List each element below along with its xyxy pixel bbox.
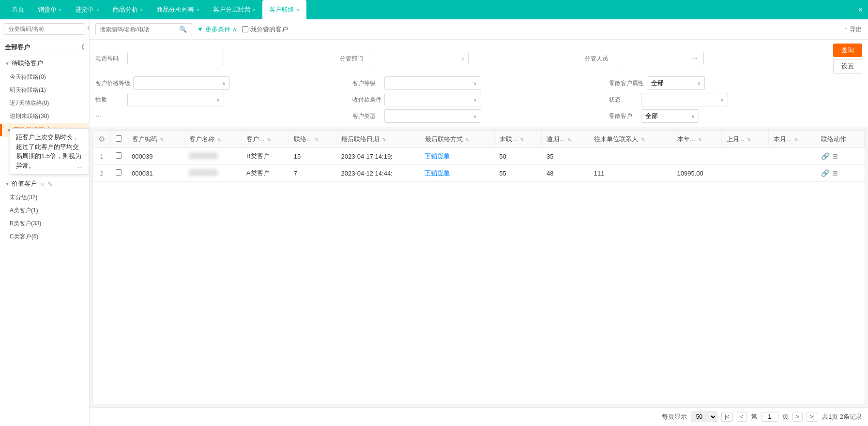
tooltip-close-icon[interactable]: ... xyxy=(77,161,83,171)
sidebar-item-ungrouped[interactable]: 未分组(32) xyxy=(0,191,89,204)
filter-search-icon[interactable]: 🔍 xyxy=(179,26,187,33)
sidebar-item-overdue[interactable]: 逾期未联络(30) xyxy=(0,110,89,123)
my-customers-checkbox[interactable]: 我分管的客户 xyxy=(242,25,288,34)
value-arrow-icon: ▼ xyxy=(5,181,10,187)
row-2-last-date: 2023-04-12 14:44: xyxy=(336,165,420,182)
filter-payment-select[interactable]: ∨ xyxy=(384,93,481,106)
row-1-this-month xyxy=(769,148,816,165)
export-btn[interactable]: ↑ 导出 xyxy=(845,25,863,34)
sidebar-item-a-class[interactable]: A类客户(1) xyxy=(0,204,89,217)
last-page-btn[interactable]: >| xyxy=(807,412,818,422)
tooltip-popup: 距客户上次交易时长，超过了此客户的平均交易周期的1.5倍，则视为异常。 ... xyxy=(10,128,89,175)
sidebar-section-value[interactable]: ▼ 价值客户 ○ ✎ xyxy=(0,176,89,191)
nav-home[interactable]: 首页 xyxy=(5,0,31,19)
row-1-checkbox[interactable] xyxy=(110,148,127,165)
page-size-select[interactable]: 50 100 200 xyxy=(691,411,717,422)
last-method-sort-icon[interactable]: ⇅ xyxy=(465,137,469,142)
sidebar-item-today[interactable]: 今天待联络(0) xyxy=(0,71,89,84)
sidebar-search-input[interactable] xyxy=(4,23,85,35)
sidebar-collapse-icon[interactable]: 《 xyxy=(78,43,84,52)
filter-manager-select[interactable]: ··· xyxy=(617,52,704,65)
price-down-arrow: ∨ xyxy=(222,81,226,86)
top-nav: 首页 销货单 × 进货单 × 商品分析 × 商品分析列表 × 客户分层经营 × … xyxy=(0,0,868,19)
nav-customer-tier-close[interactable]: × xyxy=(253,7,256,13)
nav-product-list[interactable]: 商品分析列表 × xyxy=(150,0,206,19)
row-1-link-icon[interactable]: 🔗 xyxy=(821,152,829,160)
sidebar-item-tomorrow[interactable]: 明天待联络(1) xyxy=(0,84,89,97)
filter-dept-select[interactable]: ∨ xyxy=(372,52,469,65)
filter-status-select[interactable]: ∨ xyxy=(641,93,728,106)
nav-purchase[interactable]: 进货单 × xyxy=(68,0,106,19)
gender-down-arrow: ∨ xyxy=(216,97,220,103)
th-settings[interactable]: ⚙ xyxy=(93,131,110,148)
table-header-row: ⚙ 客户编码 ⇅ 客户名称 ⇅ xyxy=(93,131,865,148)
row-1-grid-icon[interactable]: ⊞ xyxy=(832,152,838,160)
sidebar-search-area: 🔍 xyxy=(0,19,89,39)
th-type: 客户... ⇅ xyxy=(242,131,289,148)
nav-sales[interactable]: 销货单 × xyxy=(31,0,68,19)
page-input[interactable] xyxy=(761,412,778,422)
row-2-checkbox[interactable] xyxy=(110,165,127,182)
my-customers-input[interactable] xyxy=(242,26,248,32)
nav-customer-tier[interactable]: 客户分层经营 × xyxy=(206,0,262,19)
nav-product-analysis-close[interactable]: × xyxy=(140,7,143,13)
sidebar-item-b-class[interactable]: B类客户(33) xyxy=(0,217,89,230)
sidebar-item-c-class[interactable]: C类客户(6) xyxy=(0,230,89,243)
contact-person-sort-icon[interactable]: ⇅ xyxy=(641,137,645,142)
filter-customer-level-select[interactable]: ∨ xyxy=(384,76,481,90)
filter-retail-attr-field: 零散客户属性 全部 ∨ xyxy=(609,76,862,90)
row-2-grid-icon[interactable]: ⊞ xyxy=(832,169,838,177)
next-page-btn[interactable]: > xyxy=(792,412,803,422)
filter-retail-customer-select[interactable]: 全部 ∨ xyxy=(641,109,699,123)
table-select-all[interactable] xyxy=(116,135,122,142)
last-date-sort-icon[interactable]: ⇅ xyxy=(382,137,386,142)
filter-search-input[interactable] xyxy=(100,26,177,33)
total-label: 共1页 2条记录 xyxy=(822,412,862,421)
first-page-btn[interactable]: |< xyxy=(721,412,733,422)
value-edit-icon[interactable]: ○ xyxy=(41,180,45,188)
nav-product-analysis[interactable]: 商品分析 × xyxy=(106,0,150,19)
filter-customer-type-field: 客户类型 ∨ xyxy=(352,109,606,123)
value-add-icon[interactable]: ✎ xyxy=(47,180,53,188)
row-2-last-method[interactable]: 下销货单 xyxy=(420,165,494,182)
manager-dots-icon[interactable]: ··· xyxy=(691,54,697,63)
year-sort-icon[interactable]: ⇅ xyxy=(698,137,702,142)
filter-retail-attr-select[interactable]: 全部 ∨ xyxy=(647,76,705,90)
sidebar-search-icon[interactable]: 🔍 xyxy=(87,26,90,33)
query-btn[interactable]: 查询 xyxy=(833,44,862,57)
uncontacted-sort-icon[interactable]: ⇅ xyxy=(520,137,524,142)
filter-more-btn[interactable]: ▼ 更多条件 ∧ xyxy=(197,25,237,34)
filter-price-level-field: 客户价格等级 ∨ xyxy=(95,76,349,90)
code-sort-icon[interactable]: ⇅ xyxy=(160,137,164,142)
filter-price-level-select[interactable]: ∨ xyxy=(133,76,230,90)
nav-product-list-close[interactable]: × xyxy=(196,7,199,13)
nav-purchase-close[interactable]: × xyxy=(96,7,99,13)
sidebar-item-7days[interactable]: 近7天待联络(0) xyxy=(0,97,89,110)
nav-sales-close[interactable]: × xyxy=(59,7,61,13)
window-close-btn[interactable]: ✕ xyxy=(858,6,863,14)
table-settings-icon[interactable]: ⚙ xyxy=(98,135,105,143)
filter-customer-type-select[interactable]: ∨ xyxy=(384,109,481,123)
row-1-last-method[interactable]: 下销货单 xyxy=(420,148,494,165)
sidebar-section-pending[interactable]: ▼ 待联络客户 xyxy=(0,56,89,71)
nav-customer-contact-close[interactable]: × xyxy=(296,7,299,13)
filter-phone-input[interactable] xyxy=(127,52,224,65)
nav-customer-contact[interactable]: 客户联络 × xyxy=(262,0,306,19)
type-sort-icon[interactable]: ⇅ xyxy=(267,137,271,142)
row-1-num: 1 xyxy=(93,148,110,165)
row-2-link-icon[interactable]: 🔗 xyxy=(821,169,829,177)
payment-down-arrow: ∨ xyxy=(473,97,477,103)
filter-phone-field: 电话号码 xyxy=(95,52,336,65)
this-month-sort-icon[interactable]: ⇅ xyxy=(794,137,798,142)
prev-page-btn[interactable]: < xyxy=(737,412,747,422)
last-month-sort-icon[interactable]: ⇅ xyxy=(747,137,751,142)
filter-bar-right: ↑ 导出 xyxy=(845,25,863,34)
filter-gender-select[interactable]: ∨ xyxy=(127,93,224,106)
settings-btn[interactable]: 设置 xyxy=(833,59,862,73)
row-1-contact-count: 15 xyxy=(289,148,336,165)
name-sort-icon[interactable]: ⇅ xyxy=(217,137,221,142)
contact-count-sort-icon[interactable]: ⇅ xyxy=(315,137,319,142)
overdue-sort-icon[interactable]: ⇅ xyxy=(567,137,571,142)
row-1-name xyxy=(184,148,241,165)
row4-dots-icon[interactable]: ··· xyxy=(95,112,102,120)
